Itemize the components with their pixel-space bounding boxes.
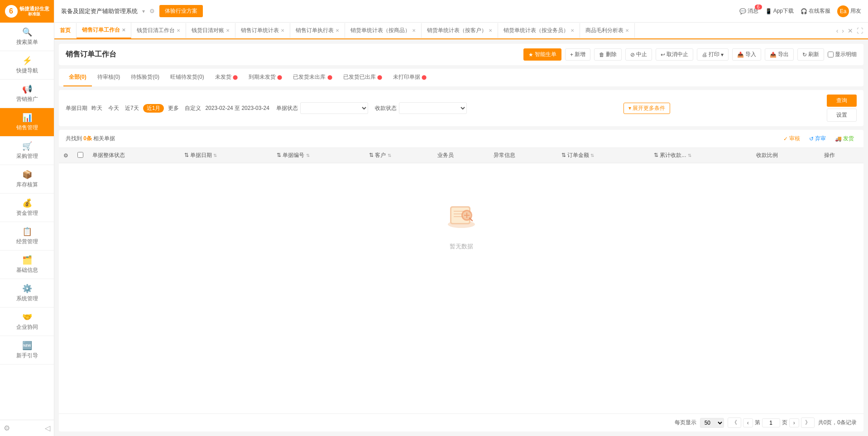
custom-shortcut[interactable]: 自定义	[183, 104, 203, 113]
sub-tab-pending-review[interactable]: 待审核(0)	[92, 69, 126, 86]
sidebar-item-collab[interactable]: 🤝 企业协同	[0, 308, 54, 336]
topbar-gear-icon[interactable]: ⚙	[149, 8, 155, 14]
settings-icon[interactable]: ⚙	[4, 424, 10, 432]
review-btn[interactable]: ✓ 审核	[781, 133, 803, 144]
close-tab-icon[interactable]: ✕	[122, 28, 125, 33]
tab-cash-daily[interactable]: 钱货日清工作台 ✕	[131, 23, 186, 38]
table-scroll[interactable]: ⚙ 单据整体状态 ⇅ 单据日期	[59, 148, 863, 413]
col-settings[interactable]: ⚙	[59, 148, 73, 163]
sidebar-item-operations[interactable]: 📋 经营管理	[0, 222, 54, 251]
sub-tab-not-printed[interactable]: 未打印单据 ⬤	[388, 69, 432, 86]
close-tab-icon[interactable]: ✕	[625, 28, 629, 33]
select-all-checkbox[interactable]	[77, 152, 83, 158]
sidebar-item-finance[interactable]: 💰 资金管理	[0, 194, 54, 222]
online-service-btn[interactable]: 🎧 在线客服	[801, 7, 830, 15]
handshake-icon: 🤝	[22, 312, 32, 322]
sidebar-item-system[interactable]: ⚙️ 系统管理	[0, 279, 54, 308]
sub-tab-shipped-out[interactable]: 已发货已出库 ⬤	[338, 69, 388, 86]
sub-tab-wangpu[interactable]: 旺铺待发货(0)	[165, 69, 210, 86]
tab-sales-summary-staff[interactable]: 销货单统计表（按业务员） ✕	[498, 23, 580, 38]
expand-filter-btn[interactable]: ▾ 展开更多条件	[623, 103, 670, 114]
tab-sales-summary-customer[interactable]: 销货单统计表（按客户） ✕	[422, 23, 498, 38]
sub-tab-label: 已发货已出库	[343, 74, 376, 80]
tab-fullscreen-btn[interactable]: ⛶	[855, 26, 864, 36]
tab-sales-summary-product[interactable]: 销货单统计表（按商品） ✕	[345, 23, 422, 38]
show-detail-checkbox[interactable]: 显示明细	[828, 51, 857, 58]
add-btn[interactable]: + 新增	[565, 48, 590, 61]
sidebar-item-purchase[interactable]: 🛒 采购管理	[0, 137, 54, 165]
th-date[interactable]: ⇅ 单据日期	[180, 148, 272, 163]
close-tab-icon[interactable]: ✕	[571, 28, 574, 33]
1month-shortcut[interactable]: 近1月	[143, 104, 164, 113]
sidebar-bottom: ⚙ ◁	[0, 420, 54, 436]
messages-btn[interactable]: 💬 消息 6	[739, 7, 758, 15]
tab-scroll-left-btn[interactable]: ‹	[835, 26, 840, 36]
sidebar-item-label: 系统管理	[16, 295, 38, 303]
sidebar-item-search[interactable]: 🔍 搜索菜单	[0, 23, 54, 51]
sidebar-item-marketing[interactable]: 📢 营销推广	[0, 80, 54, 108]
collapse-icon[interactable]: ◁	[45, 424, 50, 432]
ship-btn[interactable]: 🚚 发货	[832, 133, 857, 144]
close-tab-icon[interactable]: ✕	[489, 28, 492, 33]
close-tab-icon[interactable]: ✕	[336, 28, 339, 33]
tab-close-all-btn[interactable]: ✕	[846, 26, 854, 36]
app-download-btn[interactable]: 📱 App下载	[765, 7, 794, 15]
today-shortcut[interactable]: 今天	[106, 104, 121, 113]
print-dropdown-icon[interactable]: ▾	[721, 52, 724, 58]
close-tab-icon[interactable]: ✕	[177, 28, 180, 33]
sidebar-item-guide[interactable]: 🆕 新手引导	[0, 336, 54, 365]
tab-sales-stats[interactable]: 销售订单统计表 ✕	[235, 23, 290, 38]
more-shortcut[interactable]: 更多	[166, 104, 181, 113]
th-accumulated[interactable]: ⇅ 累计收款...	[649, 148, 752, 163]
th-customer[interactable]: ⇅ 客户	[364, 148, 433, 163]
yesterday-shortcut[interactable]: 昨天	[90, 104, 104, 113]
tab-sales-workbench[interactable]: 销售订单工作台 ✕	[77, 23, 131, 38]
unreview-btn[interactable]: ↺ 弃审	[806, 133, 829, 144]
stop-btn[interactable]: ⊘ 中止	[625, 48, 652, 61]
refresh-btn[interactable]: ↻ 刷新	[797, 48, 824, 61]
export-btn[interactable]: 📤 导出	[765, 48, 794, 61]
tab-sales-exec[interactable]: 销售订单执行表 ✕	[290, 23, 345, 38]
th-number[interactable]: ⇅ 单据编号	[272, 148, 364, 163]
tab-cash-reconcile[interactable]: 钱货日清对账 ✕	[186, 23, 235, 38]
sidebar-item-basic[interactable]: 🗂️ 基础信息	[0, 251, 54, 279]
import-btn[interactable]: 📥 导入	[732, 48, 761, 61]
sub-tab-overdue[interactable]: 到期未发货 ⬤	[243, 69, 288, 86]
query-btn[interactable]: 查询	[827, 95, 857, 107]
delete-btn[interactable]: 🗑 删除	[594, 48, 622, 61]
trial-btn[interactable]: 体验行业方案	[159, 5, 203, 17]
dropdown-arrow-icon[interactable]: ▾	[142, 8, 145, 14]
col-checkbox[interactable]	[73, 148, 88, 163]
sidebar-item-sales[interactable]: 📊 销售管理	[0, 108, 54, 137]
page-first-btn[interactable]: 《	[728, 417, 741, 428]
set-btn[interactable]: 设置	[827, 109, 857, 122]
close-tab-icon[interactable]: ✕	[412, 28, 416, 33]
smart-gen-btn[interactable]: ★ 智能生单	[523, 48, 561, 61]
close-tab-icon[interactable]: ✕	[281, 28, 284, 33]
sub-tab-all[interactable]: 全部(0)	[63, 69, 92, 86]
page-last-btn[interactable]: 》	[801, 417, 815, 428]
th-amount[interactable]: ⇅ 订单金额	[557, 148, 649, 163]
alert-badge: ⬤	[377, 75, 382, 80]
page-number-input[interactable]	[762, 418, 780, 427]
sub-tab-pending-inspect[interactable]: 待拣验货(0)	[125, 69, 165, 86]
sub-tab-not-shipped[interactable]: 未发货 ⬤	[210, 69, 243, 86]
page-header: 销售订单工作台 ★ 智能生单 + 新增 🗑 删除 ⊘ 中止	[59, 44, 863, 65]
user-profile-btn[interactable]: Ea 用友	[837, 5, 861, 17]
sidebar-item-quick[interactable]: ⚡ 快捷导航	[0, 51, 54, 80]
tab-scroll-right-btn[interactable]: ›	[840, 26, 845, 36]
7days-shortcut[interactable]: 近7天	[123, 104, 141, 113]
close-tab-icon[interactable]: ✕	[226, 28, 230, 33]
tab-margin-analysis[interactable]: 商品毛利分析表 ✕	[580, 23, 635, 38]
sub-tab-shipped-not-out[interactable]: 已发货未出库 ⬤	[288, 69, 337, 86]
print-btn[interactable]: 🖨 打印 ▾	[697, 48, 729, 61]
status-filter-select[interactable]	[300, 102, 368, 114]
tab-home[interactable]: 首页	[54, 23, 77, 38]
page-prev-btn[interactable]: ‹	[743, 418, 753, 427]
detail-checkbox-input[interactable]	[828, 52, 834, 57]
payment-filter-select[interactable]	[399, 102, 467, 114]
page-next-btn[interactable]: ›	[789, 418, 799, 427]
cancel-stop-btn[interactable]: ↩ 取消中止	[656, 48, 693, 61]
per-page-select[interactable]: 50 10 20 100	[700, 418, 724, 428]
sidebar-item-inventory[interactable]: 📦 库存核算	[0, 165, 54, 194]
